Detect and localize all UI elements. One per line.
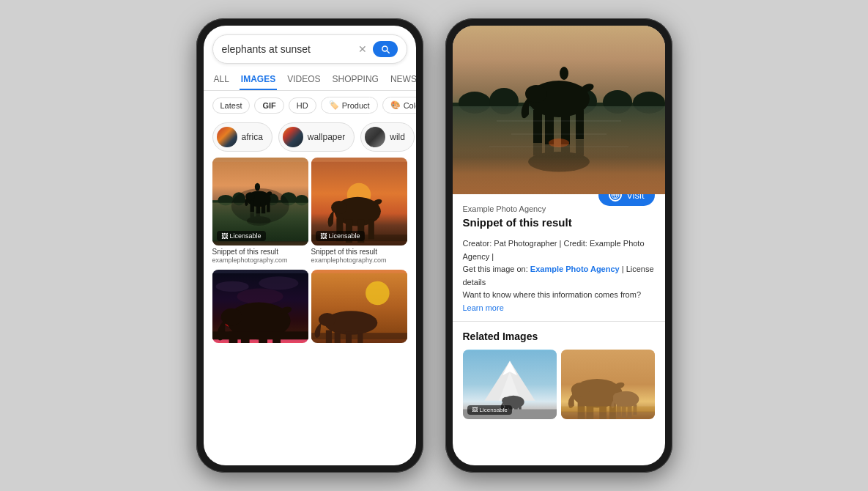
svg-point-6 [265, 193, 278, 205]
svg-rect-14 [267, 202, 270, 212]
svg-rect-52 [311, 333, 407, 339]
tab-videos[interactable]: VIDEOS [286, 70, 322, 90]
elephant-scene-3 [212, 270, 308, 343]
suggestion-chips: africa wallpaper wild [204, 119, 416, 158]
image-1-source: examplephotography.com [212, 256, 308, 264]
licensable-badge-1: 🖼 Licensable [217, 231, 266, 241]
suggestion-africa-thumb [217, 127, 237, 147]
tab-news[interactable]: NEWS [389, 70, 416, 90]
detail-source: Example Photo Agency [463, 204, 599, 213]
svg-point-33 [259, 276, 298, 289]
images-grid: 🖼 Licensable Snippet of this result exam… [212, 158, 407, 343]
suggestion-wild[interactable]: wild [360, 122, 415, 152]
meta-want: Want to know where this information come… [463, 290, 642, 299]
phone-detail-screen: Example Photo Agency Snippet of this res… [453, 26, 665, 465]
svg-point-10 [246, 191, 270, 207]
filter-latest[interactable]: Latest [212, 97, 251, 114]
detail-meta: Creator: Pat Photographer | Credit: Exam… [463, 237, 655, 315]
image-item-3[interactable] [212, 270, 308, 343]
meta-agency-link[interactable]: Example Photo Agency [530, 265, 620, 273]
related-title: Related Images [463, 331, 655, 342]
svg-point-32 [215, 281, 248, 292]
image-1-caption: Snippet of this result [212, 247, 308, 256]
related-image-1[interactable]: 🖼 Licensable [463, 350, 557, 419]
svg-point-34 [237, 289, 283, 305]
image-2-source: examplephotography.com [311, 256, 407, 264]
meta-creator: Creator: Pat Photographer | Credit: Exam… [463, 239, 645, 261]
search-icon [380, 44, 390, 54]
tab-shopping[interactable]: SHOPPING [331, 70, 380, 90]
related-section: Related Images [453, 322, 665, 424]
svg-point-18 [246, 216, 270, 226]
search-bar[interactable]: elephants at sunset ✕ [212, 34, 407, 64]
image-2-thumbnail[interactable]: 🖼 Licensable [311, 158, 407, 246]
image-item-1[interactable]: 🖼 Licensable Snippet of this result exam… [212, 158, 308, 264]
filter-color[interactable]: 🎨 Color ▾ [382, 97, 416, 114]
suggestion-wild-thumb [365, 127, 385, 147]
image-item-4[interactable] [311, 270, 407, 343]
svg-point-1 [252, 192, 268, 208]
images-section: 🖼 Licensable Snippet of this result exam… [204, 158, 416, 465]
filter-hd[interactable]: HD [289, 97, 316, 114]
detail-title: Snippet of this result [463, 216, 599, 229]
svg-rect-106 [561, 411, 655, 418]
image-1-thumbnail[interactable]: 🖼 Licensable [212, 158, 308, 246]
svg-rect-20 [256, 212, 259, 219]
related-scene-2 [561, 350, 655, 419]
suggestion-wallpaper-label: wallpaper [308, 132, 345, 142]
svg-point-70 [560, 67, 568, 80]
learn-more-link[interactable]: Learn more [463, 303, 504, 312]
filter-gif[interactable]: GIF [254, 97, 283, 114]
svg-point-16 [266, 191, 272, 196]
svg-rect-11 [250, 200, 253, 212]
suggestion-wallpaper-thumb [283, 127, 303, 147]
product-icon: 🏷️ [329, 100, 339, 110]
search-clear-button[interactable]: ✕ [358, 43, 367, 55]
svg-rect-107 [561, 406, 655, 412]
svg-point-5 [246, 195, 256, 204]
svg-rect-19 [250, 213, 253, 221]
phones-container: elephants at sunset ✕ ALL IMAGES VIDEOS … [196, 18, 672, 473]
phone-search: elephants at sunset ✕ ALL IMAGES VIDEOS … [196, 18, 423, 473]
svg-rect-43 [212, 331, 308, 339]
hero-overlay [453, 150, 665, 194]
svg-point-105 [612, 392, 623, 401]
detail-text-block: Example Photo Agency Snippet of this res… [463, 204, 599, 235]
related-licensable-1: 🖼 Licensable [467, 405, 512, 415]
svg-point-45 [366, 281, 390, 306]
tab-images[interactable]: IMAGES [240, 70, 277, 90]
tab-all[interactable]: ALL [212, 70, 231, 90]
licensable-badge-2: 🖼 Licensable [316, 231, 365, 241]
svg-point-17 [254, 183, 259, 191]
search-query-text: elephants at sunset [222, 43, 358, 55]
image-4-thumbnail[interactable] [311, 270, 407, 343]
filter-product[interactable]: 🏷️ Product [321, 97, 378, 114]
search-button[interactable] [373, 41, 398, 57]
related-images-grid: 🖼 Licensable [463, 350, 655, 419]
licensable-icon-2: 🖼 [320, 232, 327, 240]
nav-tabs: ALL IMAGES VIDEOS SHOPPING NEWS [204, 70, 416, 91]
image-2-caption: Snippet of this result [311, 247, 407, 256]
meta-get: Get this image on: [463, 265, 530, 273]
phone-search-screen: elephants at sunset ✕ ALL IMAGES VIDEOS … [204, 26, 416, 465]
licensable-icon-r1: 🖼 [472, 407, 478, 413]
related-image-2[interactable] [561, 350, 655, 419]
svg-point-4 [232, 192, 245, 205]
suggestion-africa[interactable]: africa [212, 122, 272, 152]
suggestion-wild-label: wild [390, 132, 405, 142]
svg-rect-13 [261, 202, 264, 213]
suggestion-wallpaper[interactable]: wallpaper [278, 122, 355, 152]
svg-point-76 [549, 139, 569, 147]
licensable-icon-1: 🖼 [221, 232, 228, 240]
svg-point-51 [318, 313, 335, 326]
svg-rect-67 [576, 110, 584, 139]
image-item-2[interactable]: 🖼 Licensable Snippet of this result exam… [311, 158, 407, 264]
image-3-thumbnail[interactable] [212, 270, 308, 343]
svg-rect-12 [256, 202, 259, 213]
phone-detail: Example Photo Agency Snippet of this res… [445, 18, 672, 473]
color-icon: 🎨 [390, 100, 401, 110]
filter-chips: Latest GIF HD 🏷️ Product 🎨 Color ▾ [204, 91, 416, 119]
detail-hero-image [453, 26, 665, 194]
elephant-scene-4 [311, 270, 407, 343]
svg-point-15 [245, 192, 255, 200]
